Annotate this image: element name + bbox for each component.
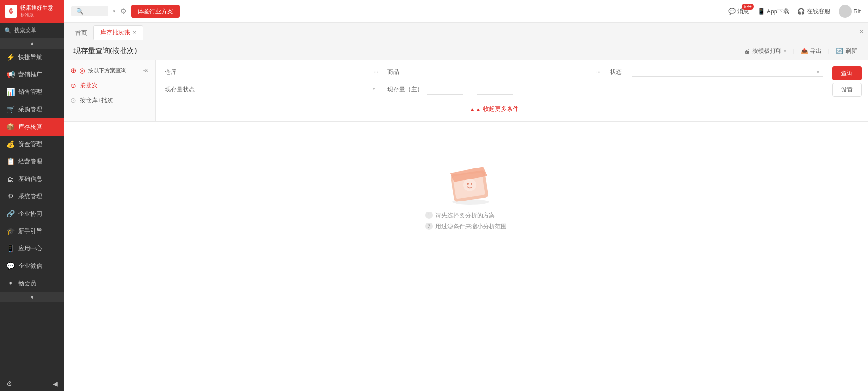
sidebar-item-finance[interactable]: 💰 资金管理 <box>0 136 64 153</box>
sidebar-item-basics[interactable]: 🗂 基础信息 <box>0 170 64 188</box>
settings-button[interactable]: 设置 <box>832 83 862 97</box>
topbar-dropdown-icon[interactable]: ▾ <box>113 8 115 14</box>
sidebar-item-operations[interactable]: 📋 经营管理 <box>0 153 64 170</box>
filter-row-2: 现存量状态 ▾ 现存量（主） — <box>165 84 823 95</box>
system-icon: ⚙ <box>6 192 15 201</box>
tip-1-number: 1 <box>425 212 433 219</box>
scroll-down-btn[interactable]: ▼ <box>0 292 64 302</box>
product-more-icon[interactable]: ··· <box>596 69 601 75</box>
page-content: 现存量查询(按批次) 🖨 按模板打印 ▾ | 📤 导出 | 🔄 刷新 <box>64 40 868 391</box>
tabbar-close-button[interactable]: × <box>859 27 863 36</box>
sidebar-nav: ▲ ⚡ 快捷导航 📢 营销推广 📊 销售管理 🛒 采购管理 📦 库存核算 💰 资… <box>0 38 64 376</box>
refresh-icon: 🔄 <box>836 48 843 54</box>
sidebar-item-appstore[interactable]: 📱 应用中心 <box>0 240 64 257</box>
sidebar-item-enterprise[interactable]: 🔗 企业协同 <box>0 205 64 223</box>
sidebar-item-sales[interactable]: 📊 销售管理 <box>0 83 64 101</box>
sidebar-item-inventory[interactable]: 📦 库存核算 <box>0 118 64 136</box>
empty-tip-1: 1 请先选择要分析的方案 <box>425 212 507 220</box>
user-item[interactable]: Rit <box>839 5 861 18</box>
print-template-button[interactable]: 🖨 按模板打印 ▾ <box>742 46 788 56</box>
search-menu[interactable]: 🔍 搜索菜单 <box>0 23 64 38</box>
tab-close-icon[interactable]: × <box>133 29 136 36</box>
query-btn-area: 查询 设置 <box>832 60 868 121</box>
collapse-conditions-button[interactable]: ▲▲ 收起更多条件 <box>469 105 519 113</box>
topbar-gear-icon[interactable]: ⚙ <box>120 7 126 16</box>
experience-button[interactable]: 体验行业方案 <box>131 5 180 18</box>
sidebar-item-label: 采购管理 <box>18 105 42 114</box>
stock-status-select[interactable]: ▾ <box>198 84 378 94</box>
collapse-label: 收起更多条件 <box>483 105 519 113</box>
empty-svg <box>443 158 498 209</box>
shortcut-icon: ⚡ <box>6 53 15 61</box>
query-button[interactable]: 查询 <box>832 66 862 80</box>
status-select[interactable]: ▼ <box>632 67 823 77</box>
messages-item[interactable]: 💬 消息 99+ <box>728 7 749 16</box>
sidebar-item-label: 企业微信 <box>18 262 42 270</box>
collapse-sidebar-icon[interactable]: ≪ <box>143 67 149 74</box>
online-support-label: 在线客服 <box>807 7 830 16</box>
qty-max-input[interactable] <box>477 84 513 95</box>
basics-icon: 🗂 <box>6 175 15 183</box>
avatar <box>839 5 852 18</box>
sidebar-item-wechat[interactable]: 💬 企业微信 <box>0 257 64 275</box>
topbar: 🔍 ▾ ⚙ 体验行业方案 💬 消息 99+ 📱 App下载 🎧 在线客服 Rit <box>64 0 868 23</box>
stock-status-chevron-icon[interactable]: ▾ <box>373 86 375 92</box>
sidebar-item-label: 库存核算 <box>18 123 42 131</box>
sidebar-item-newbie[interactable]: 🎓 新手引导 <box>0 223 64 240</box>
tip-1-text: 请先选择要分析的方案 <box>435 212 495 220</box>
product-field: 商品 ··· <box>387 66 600 77</box>
qty-field: 现存量（主） — <box>387 84 600 95</box>
status-chevron-icon[interactable]: ▼ <box>815 69 820 75</box>
filter-option-label: 按仓库+批次 <box>80 96 113 104</box>
tab-home-label: 首页 <box>75 29 87 37</box>
footer-settings-icon[interactable]: ⚙ <box>6 380 12 387</box>
enterprise-icon: 🔗 <box>6 210 15 218</box>
action-divider-2: | <box>828 48 830 54</box>
sidebar-item-marketing[interactable]: 📢 营销推广 <box>0 66 64 83</box>
search-menu-label: 搜索菜单 <box>14 27 36 34</box>
app-logo: 6 <box>5 5 17 18</box>
sidebar-item-label: 应用中心 <box>18 244 42 253</box>
topbar-search-icon: 🔍 <box>76 8 83 15</box>
product-input[interactable] <box>409 66 592 77</box>
online-support-item[interactable]: 🎧 在线客服 <box>797 7 830 16</box>
app-download-label: App下载 <box>767 7 789 16</box>
add-scheme-icon[interactable]: ⊕ <box>71 66 77 75</box>
scheme-settings-icon[interactable]: ◎ <box>79 66 85 75</box>
action-divider-1: | <box>792 48 794 54</box>
membership-icon: ✦ <box>6 279 15 288</box>
message-icon: 💬 <box>728 8 736 15</box>
tab-inventory-batch[interactable]: 库存批次账 × <box>93 25 143 40</box>
warehouse-label: 仓库 <box>165 68 183 76</box>
footer-collapse-icon[interactable]: ◀ <box>53 380 58 387</box>
refresh-button[interactable]: 🔄 刷新 <box>834 46 859 56</box>
app-download-item[interactable]: 📱 App下载 <box>758 7 789 16</box>
tabbar: 首页 库存批次账 × × <box>64 23 868 40</box>
empty-state: 1 请先选择要分析的方案 2 用过滤条件来缩小分析范围 <box>64 122 868 267</box>
print-icon: 🖨 <box>744 48 750 54</box>
sidebar-item-label: 企业协同 <box>18 210 42 218</box>
warehouse-more-icon[interactable]: ··· <box>374 69 378 75</box>
warehouse-input[interactable] <box>187 66 370 77</box>
sidebar: 6 畅康通好生意 标准版 🔍 搜索菜单 ▲ ⚡ 快捷导航 📢 营销推广 📊 销售… <box>0 0 64 391</box>
print-dropdown-icon[interactable]: ▾ <box>784 49 786 54</box>
scroll-up-btn[interactable]: ▲ <box>0 38 64 49</box>
export-button[interactable]: 📤 导出 <box>799 46 824 56</box>
topbar-search-box[interactable]: 🔍 <box>71 6 108 16</box>
filter-option-by-batch[interactable]: ⊙ 按批次 <box>64 78 155 93</box>
sidebar-item-shortcut[interactable]: ⚡ 快捷导航 <box>0 49 64 66</box>
sidebar-item-system[interactable]: ⚙ 系统管理 <box>0 188 64 205</box>
filter-option-by-warehouse-batch[interactable]: ⊙ 按仓库+批次 <box>64 93 155 108</box>
qty-min-input[interactable] <box>427 84 463 95</box>
sidebar-item-label: 销售管理 <box>18 88 42 96</box>
sidebar-item-membership[interactable]: ✦ 畅会员 <box>0 275 64 292</box>
sidebar-item-purchase[interactable]: 🛒 采购管理 <box>0 101 64 118</box>
warehouse-batch-option-icon: ⊙ <box>71 97 76 104</box>
marketing-icon: 📢 <box>6 71 15 79</box>
tab-home[interactable]: 首页 <box>69 26 93 40</box>
company-name: 畅康通好生意 <box>20 5 53 12</box>
inventory-icon: 📦 <box>6 123 15 131</box>
operations-icon: 📋 <box>6 157 15 166</box>
edition-label: 标准版 <box>20 12 53 18</box>
filter-main: 仓库 ··· 商品 ··· 状态 <box>156 60 832 121</box>
